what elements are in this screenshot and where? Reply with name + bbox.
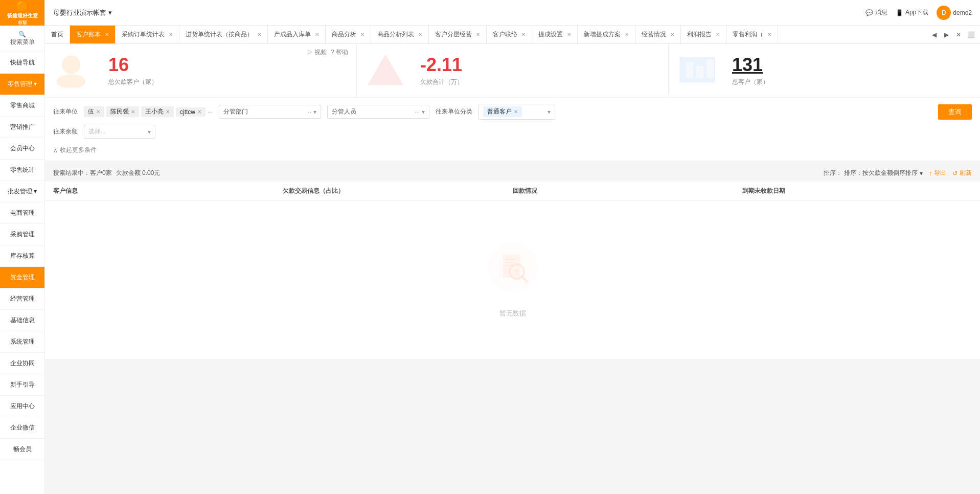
- unit-tag-chen-close[interactable]: ✕: [131, 109, 135, 115]
- tab-customer-balance[interactable]: 客户账本 ✕: [70, 26, 116, 44]
- topbar-actions: 💬 消息 📱 App下载 D demo2: [865, 6, 972, 20]
- tab-promotion-settings-label: 提成设置: [538, 30, 563, 39]
- filter-row-1: 往来单位 伍 ✕ 陈民强 ✕ 王小亮 ✕ cjttcw: [53, 104, 972, 120]
- sort-control[interactable]: 排序： 排序：按欠款金额倒序排序 ▾: [824, 169, 923, 177]
- unit-class-tag: 普通客户 ✕: [483, 106, 522, 117]
- balance-filter-select[interactable]: 选择... ▾: [84, 125, 155, 139]
- tab-product-analysis-list[interactable]: 商品分析列表 ✕: [371, 26, 429, 44]
- sidebar-item-purchase-mgmt[interactable]: 采购管理: [0, 224, 44, 245]
- dept-filter-dots[interactable]: ···: [306, 108, 311, 116]
- unit-tag-wu-close[interactable]: ✕: [96, 109, 100, 115]
- sidebar-item-system-mgmt[interactable]: 系统管理: [0, 331, 44, 353]
- tab-home[interactable]: 首页: [45, 26, 70, 44]
- tab-add-promotion-plan[interactable]: 新增提成方案 ✕: [578, 26, 635, 44]
- video-link[interactable]: ▷ 视频: [307, 48, 327, 57]
- tab-product-analysis-close[interactable]: ✕: [360, 32, 364, 37]
- user-avatar-action[interactable]: D demo2: [937, 6, 972, 20]
- result-bar: 搜索结果中：客户0家 欠款金额 0.00元 排序： 排序：按欠款金额倒序排序 ▾…: [45, 165, 980, 182]
- tab-operations-status-close[interactable]: ✕: [670, 32, 674, 37]
- svg-text:?: ?: [514, 268, 519, 276]
- sidebar-item-enterprise-wechat[interactable]: 企业微信: [0, 417, 44, 439]
- tab-product-stock-in[interactable]: 产成品入库单 ✕: [268, 26, 326, 44]
- sidebar-item-enterprise-collab[interactable]: 企业协同: [0, 353, 44, 374]
- table-header: 客户信息 欠款交易信息（占比） 回款情况 到期未收款日期: [45, 182, 980, 201]
- sort-value: 排序：按欠款金额倒序排序: [844, 169, 918, 177]
- sidebar-item-app-center[interactable]: 应用中心: [0, 396, 44, 417]
- tab-scroll-left[interactable]: ◀: [929, 30, 939, 40]
- balance-filter-label: 往来余额: [53, 127, 78, 136]
- tab-profit-report[interactable]: 利润报告 ✕: [681, 26, 726, 44]
- unit-class-filter-select[interactable]: 普通客户 ✕ ▾: [478, 104, 555, 120]
- sidebar-item-basic-info[interactable]: 基础信息: [0, 310, 44, 331]
- stats-row: ▷ 视频 ? 帮助 16 总欠款客户（家）: [45, 44, 980, 97]
- sidebar-logo: 🟠 畅捷通好生意 标版: [0, 0, 44, 26]
- sidebar-item-marketing[interactable]: 营销推广: [0, 117, 44, 138]
- sidebar-item-new-guide[interactable]: 新手引导: [0, 374, 44, 396]
- tab-customer-segment[interactable]: 客户分层经营 ✕: [429, 26, 487, 44]
- sidebar-item-retail-stats[interactable]: 零售统计: [0, 160, 44, 181]
- stat-total-customers-value: 131: [732, 54, 968, 76]
- tab-customer-segment-close[interactable]: ✕: [476, 32, 480, 37]
- tab-purchase-stats-close[interactable]: ✕: [169, 32, 173, 37]
- tab-operations-status[interactable]: 经营情况 ✕: [635, 26, 681, 44]
- collapse-button[interactable]: ∧ 收起更多条件: [53, 146, 972, 154]
- tab-scroll-right[interactable]: ▶: [941, 30, 951, 40]
- sidebar-item-vip-member[interactable]: 畅会员: [0, 439, 44, 460]
- tab-customer-contact[interactable]: 客户联络 ✕: [487, 26, 532, 44]
- tab-stock-stats-close[interactable]: ✕: [257, 32, 261, 37]
- unit-tag-cjttcw-close[interactable]: ✕: [197, 109, 201, 115]
- tab-customer-contact-close[interactable]: ✕: [521, 32, 526, 37]
- help-link[interactable]: ? 帮助: [331, 48, 348, 57]
- wholesale-mgmt-label: 批发管理: [8, 188, 32, 195]
- finance-mgmt-label: 资金管理: [10, 274, 35, 281]
- tab-maximize[interactable]: ⬜: [966, 30, 976, 40]
- sidebar-item-quick-nav[interactable]: 快捷导航: [0, 52, 44, 74]
- new-guide-label: 新手引导: [10, 381, 35, 388]
- tab-stock-stats[interactable]: 进货单统计表（按商品） ✕: [179, 26, 268, 44]
- tab-close-all[interactable]: ✕: [953, 30, 964, 40]
- message-action[interactable]: 💬 消息: [865, 8, 887, 17]
- sidebar-item-ecommerce-mgmt[interactable]: 电商管理: [0, 203, 44, 224]
- tab-add-promotion-plan-close[interactable]: ✕: [625, 32, 629, 37]
- person-filter-select[interactable]: 分管人员 ··· ▾: [327, 105, 429, 119]
- sidebar-item-wholesale-mgmt[interactable]: 批发管理 ▾: [0, 181, 44, 203]
- tab-customer-balance-close[interactable]: ✕: [105, 32, 109, 37]
- dept-filter-select[interactable]: 分管部门 ··· ▾: [219, 105, 321, 119]
- app-download-action[interactable]: 📱 App下载: [896, 8, 928, 17]
- unit-class-tag-close[interactable]: ✕: [514, 109, 518, 115]
- tab-purchase-stats[interactable]: 采购订单统计表 ✕: [116, 26, 179, 44]
- search-menu-item[interactable]: 🔍 搜索菜单: [0, 26, 44, 52]
- export-button[interactable]: ↑ 导出: [929, 169, 946, 177]
- tab-product-analysis-label: 商品分析: [332, 30, 356, 39]
- account-selector[interactable]: 母婴行业演示帐套 ▾: [53, 8, 112, 17]
- tab-retail-profit[interactable]: 零售利润（ ✕: [726, 26, 778, 44]
- main-area: 母婴行业演示帐套 ▾ 💬 消息 📱 App下载 D demo2 首页 客户账本: [45, 0, 980, 494]
- app-center-label: 应用中心: [10, 402, 35, 410]
- person-filter-dots[interactable]: ···: [415, 108, 420, 116]
- filter-area: 往来单位 伍 ✕ 陈民强 ✕ 王小亮 ✕ cjttcw: [45, 98, 980, 161]
- stat-debt-total-value: -2.11: [420, 54, 656, 76]
- collapse-label: 收起更多条件: [60, 146, 97, 154]
- tab-profit-report-close[interactable]: ✕: [716, 32, 720, 37]
- tab-product-analysis-list-close[interactable]: ✕: [418, 32, 422, 37]
- unit-tag-wang-close[interactable]: ✕: [166, 109, 170, 115]
- tab-promotion-settings[interactable]: 提成设置 ✕: [532, 26, 578, 44]
- tab-retail-profit-close[interactable]: ✕: [767, 32, 771, 37]
- sidebar-item-operations-mgmt[interactable]: 经营管理: [0, 288, 44, 310]
- sidebar-item-inventory[interactable]: 库存核算: [0, 245, 44, 267]
- sidebar-item-member-center[interactable]: 会员中心: [0, 138, 44, 160]
- tab-promotion-settings-close[interactable]: ✕: [567, 32, 571, 37]
- retail-mgmt-arrow: ▾: [34, 80, 37, 87]
- tabbar: 首页 客户账本 ✕ 采购订单统计表 ✕ 进货单统计表（按商品） ✕ 产成品入库单…: [45, 26, 980, 44]
- refresh-button[interactable]: ↺ 刷新: [952, 169, 972, 177]
- unit-filter-more[interactable]: ···: [208, 108, 213, 116]
- tab-product-analysis[interactable]: 商品分析 ✕: [326, 26, 371, 44]
- tab-product-stock-in-close[interactable]: ✕: [315, 32, 319, 37]
- query-button[interactable]: 查询: [938, 104, 972, 120]
- table-col-debt-info: 欠款交易信息（占比）: [283, 187, 512, 195]
- unit-class-filter-arrow: ▾: [548, 108, 551, 116]
- retail-stats-label: 零售统计: [10, 166, 35, 173]
- sidebar-item-retail-mgmt[interactable]: 零售管理 ▾: [0, 74, 44, 95]
- sidebar-item-retail-mall[interactable]: 零售商城: [0, 95, 44, 117]
- sidebar-item-finance-mgmt[interactable]: 资金管理: [0, 267, 44, 288]
